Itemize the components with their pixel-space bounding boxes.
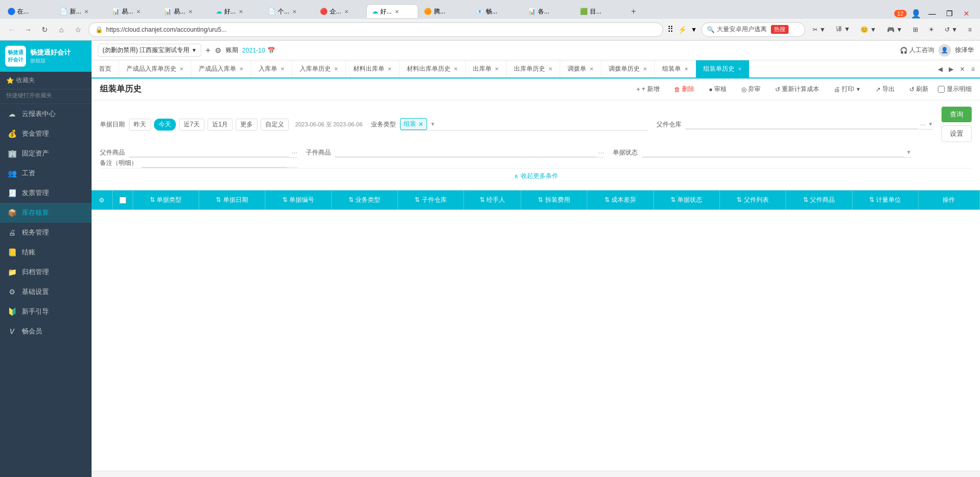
browser-tab-3[interactable]: 📊 易... ✕ — [106, 4, 158, 19]
tabs-menu-btn[interactable]: ≡ — [969, 65, 977, 74]
sidebar-fav-subtitle[interactable]: 快捷键打开收藏夹 — [0, 89, 92, 104]
bottom-scrollbar[interactable] — [92, 471, 980, 477]
query-button[interactable]: 查询 — [942, 107, 972, 122]
tab-close-4[interactable]: ✕ — [188, 9, 192, 15]
tab-assembly-history-close[interactable]: ✕ — [738, 66, 742, 72]
parent-goods-dots[interactable]: ··· — [291, 148, 298, 157]
tab-stock-in-history-close[interactable]: ✕ — [334, 66, 338, 72]
week-btn[interactable]: 近7天 — [179, 119, 204, 131]
home-button[interactable]: ⌂ — [55, 23, 68, 36]
tab-material-out-history[interactable]: 材料出库单历史 ✕ — [399, 60, 466, 78]
tab-stock-out-history[interactable]: 出库单历史 ✕ — [507, 60, 560, 78]
sidebar-item-settings[interactable]: ⚙ 基础设置 — [0, 282, 92, 302]
tab-production-in-close[interactable]: ✕ — [239, 66, 243, 72]
th-parent-goods[interactable]: ⇅ 父件商品 — [786, 190, 852, 210]
table-settings-icon[interactable]: ⚙ — [98, 197, 106, 204]
browser-tab-9[interactable]: 🟠 腾... — [418, 4, 470, 19]
tab-production-in-history[interactable]: 产成品入库单历史 ✕ — [119, 60, 191, 78]
tab-stock-in[interactable]: 入库单 ✕ — [251, 60, 292, 78]
delete-button[interactable]: 🗑 删除 — [669, 83, 700, 96]
parent-warehouse-dropdown[interactable]: ▼ — [928, 121, 933, 127]
new-button[interactable]: + + 新增 — [631, 83, 664, 96]
sidebar-item-archive[interactable]: 📁 归档管理 — [0, 262, 92, 282]
yesterday-btn[interactable]: 昨天 — [129, 119, 151, 131]
emoji-btn[interactable]: 😊 ▼ — [857, 25, 879, 34]
period-selector[interactable]: 账期 2021-10 📅 — [226, 46, 275, 55]
show-detail-checkbox[interactable] — [938, 86, 945, 93]
sidebar-item-reports[interactable]: ☁ 云报表中心 — [0, 104, 92, 124]
tab-close-6[interactable]: ✕ — [292, 9, 296, 15]
sidebar-item-member[interactable]: V 畅会员 — [0, 321, 92, 341]
search-settings-button[interactable]: 设置 — [942, 125, 972, 142]
th-cost-diff[interactable]: ⇅ 成本差异 — [587, 190, 653, 210]
grid-view-btn[interactable]: ⊞ — [910, 25, 921, 34]
translate-btn[interactable]: 译 ▼ — [833, 24, 853, 35]
refresh-button[interactable]: ↻ — [38, 23, 51, 36]
month-btn[interactable]: 近1月 — [208, 119, 233, 131]
business-type-dropdown[interactable]: ▼ — [430, 121, 435, 127]
undo-btn[interactable]: ↺ ▼ — [942, 25, 961, 34]
brightness-btn[interactable]: ☀ — [925, 25, 937, 34]
sidebar-item-close[interactable]: 📒 结账 — [0, 242, 92, 262]
sidebar-item-salary[interactable]: 👥 工资 — [0, 163, 92, 183]
sidebar-item-assets[interactable]: 🏢 固定资产 — [0, 144, 92, 163]
tabs-prev-btn[interactable]: ◀ — [936, 65, 945, 74]
browser-tab-5[interactable]: ☁ 好... ✕ — [210, 4, 262, 19]
tab-production-in-history-close[interactable]: ✕ — [179, 66, 184, 72]
custom-date-btn[interactable]: 自定义 — [261, 119, 289, 131]
status-input[interactable] — [642, 147, 904, 157]
print-button[interactable]: 🖨 打印 ▼ — [829, 83, 866, 96]
sidebar-item-guide[interactable]: 🔰 新手引导 — [0, 302, 92, 321]
tab-close-3[interactable]: ✕ — [136, 9, 140, 15]
tab-close-8[interactable]: ✕ — [395, 9, 399, 15]
status-dropdown[interactable]: ▼ — [906, 149, 911, 155]
child-goods-input[interactable] — [335, 147, 596, 157]
sidebar-item-finance[interactable]: 💰 资金管理 — [0, 124, 92, 144]
parent-goods-input[interactable] — [129, 147, 289, 157]
service-button[interactable]: 🎧 人工咨询 — [900, 46, 934, 55]
th-checkbox[interactable] — [112, 190, 133, 210]
game-btn[interactable]: 🎮 ▼ — [884, 25, 906, 34]
child-goods-dots[interactable]: ··· — [598, 148, 604, 157]
minimize-btn[interactable]: — — [925, 8, 939, 19]
tabs-close-btn[interactable]: ✕ — [958, 65, 967, 74]
show-detail-checkbox-wrap[interactable]: 显示明细 — [938, 85, 972, 94]
bookmark-button[interactable]: ☆ — [72, 23, 84, 36]
tab-material-out[interactable]: 材料出库单 ✕ — [346, 60, 399, 78]
browser-grid-btn[interactable]: ⠿ — [667, 24, 674, 34]
tab-assembly-history[interactable]: 组装单历史 ✕ — [696, 60, 750, 78]
tab-stock-out-history-close[interactable]: ✕ — [548, 66, 552, 72]
business-type-tag[interactable]: 组装 ✕ — [400, 118, 427, 130]
th-handler[interactable]: ⇅ 经手人 — [464, 190, 521, 210]
browser-search[interactable]: 🔍 大量安卓用户逃离 热搜 — [701, 22, 805, 37]
tab-close-5[interactable]: ✕ — [239, 9, 243, 15]
browser-tab-4[interactable]: 📊 易... ✕ — [158, 4, 210, 19]
collapse-bar[interactable]: ∧ 收起更多条件 — [100, 168, 972, 184]
tab-close-2[interactable]: ✕ — [84, 9, 88, 15]
sidebar-item-invoice[interactable]: 🧾 发票管理 — [0, 183, 92, 203]
close-btn[interactable]: ✕ — [960, 8, 973, 19]
parent-warehouse-dots[interactable]: ··· — [920, 120, 926, 128]
forward-button[interactable]: → — [22, 23, 34, 36]
tab-stock-out[interactable]: 出库单 ✕ — [466, 60, 507, 78]
browser-tab-11[interactable]: 📊 各... — [522, 4, 574, 19]
today-btn[interactable]: 今天 — [154, 119, 176, 131]
tab-assembly[interactable]: 组装单 ✕ — [655, 60, 696, 78]
tab-production-in[interactable]: 产成品入库单 ✕ — [191, 60, 251, 78]
tab-transfer-close[interactable]: ✕ — [589, 66, 594, 72]
browser-tab-10[interactable]: 📧 畅... — [470, 4, 522, 19]
more-date-btn[interactable]: 更多 — [236, 119, 257, 131]
th-settings[interactable]: ⚙ — [92, 190, 112, 210]
scissors-btn[interactable]: ✂ ▼ — [809, 25, 829, 34]
tab-close-7[interactable]: ✕ — [344, 9, 349, 15]
select-all-checkbox[interactable] — [119, 197, 126, 204]
audit-button[interactable]: ● 审核 — [704, 83, 732, 96]
th-doc-status[interactable]: ⇅ 单据状态 — [653, 190, 719, 210]
notes-input[interactable] — [141, 158, 287, 167]
th-doc-date[interactable]: ⇅ 单据日期 — [199, 190, 265, 210]
th-parent-list[interactable]: ⇅ 父件列表 — [719, 190, 785, 210]
browser-tab-2[interactable]: 📄 新... ✕ — [54, 4, 106, 19]
tab-material-out-close[interactable]: ✕ — [388, 66, 392, 72]
sidebar-item-tax[interactable]: 🖨 税务管理 — [0, 223, 92, 242]
tab-transfer-history[interactable]: 调拨单历史 ✕ — [601, 60, 655, 78]
